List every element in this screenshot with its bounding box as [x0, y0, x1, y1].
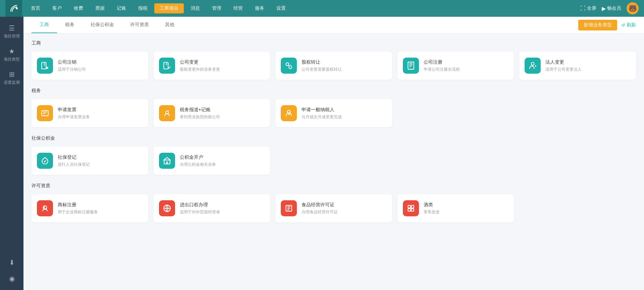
member-label: 畅会员	[607, 5, 621, 11]
section-gongshang-title: 工商	[32, 40, 636, 46]
tax-report-title: 税务报道+记账	[180, 107, 220, 113]
sidebar-item-progress[interactable]: ⊞ 进度监测	[0, 66, 23, 89]
gongshang-cards: 公司注销 适用于注销公司 公司变更 股权变更外的业务变更	[32, 52, 636, 80]
food-license-desc: 办理食品经营许可证	[302, 209, 338, 215]
card-import-export[interactable]: 进出口权办理 适用于对外贸易经营者	[154, 194, 270, 222]
top-nav: 首页 客户 收费 票据 记账 报税 工商项目 消息 管理 经营 服务 设置 ⛶ …	[0, 0, 644, 17]
import-export-icon	[159, 200, 175, 216]
add-type-button[interactable]: 新增业务类型	[578, 20, 617, 30]
nav-operation[interactable]: 经营	[228, 3, 248, 13]
card-invoice-apply[interactable]: 申请发票 办理申请发票业务	[32, 99, 148, 127]
xuke-cards: 商标注册 用于企业商标注册服务 进出口权办理 适用于对外贸易经营者	[32, 194, 636, 222]
card-wine[interactable]: 酒类 零售批发	[397, 194, 514, 222]
import-export-title: 进出口权办理	[180, 202, 220, 208]
general-taxpayer-desc: 当月或次月成变更完成	[302, 114, 342, 120]
refresh-button[interactable]: ↺ 刷新	[621, 22, 636, 28]
housing-fund-desc: 办理公积金相关业务	[180, 162, 216, 167]
sidebar-item-location[interactable]: ◉	[0, 271, 23, 287]
user-avatar[interactable]: 🐻	[627, 2, 639, 14]
top-nav-right: ⛶ 全屏 ▶ 畅会员 🐻	[580, 2, 639, 14]
legal-change-info: 法人变更 适用于公司变更法人	[545, 59, 582, 72]
nav-message[interactable]: 消息	[185, 3, 205, 13]
sidebar-label-project-manage: 项目管理	[4, 33, 20, 39]
company-register-desc: 申请公司注册全流程	[424, 67, 460, 72]
fullscreen-icon: ⛶	[580, 5, 586, 11]
content-area: 工商 税务 社保公积金 许可资质 其他 新增业务类型 ↺ 刷新 工商	[23, 17, 644, 290]
progress-icon: ⊞	[9, 70, 15, 78]
card-equity-transfer[interactable]: 股权转让 公司变更需要股权转让	[275, 52, 392, 80]
import-export-info: 进出口权办理 适用于对外贸易经营者	[180, 202, 220, 215]
section-shuiwu-title: 税务	[32, 88, 636, 94]
card-tax-report[interactable]: 税务报道+记账 拿到营业执照的新公司	[154, 99, 270, 127]
sidebar-bottom: ⬇ ◉	[0, 255, 23, 290]
tab-xuke[interactable]: 许可资质	[122, 17, 157, 33]
svg-rect-18	[411, 205, 414, 208]
tab-shuiwu[interactable]: 税务	[57, 17, 83, 33]
general-taxpayer-title: 申请一般纳税人	[302, 107, 342, 113]
shuiwu-cards: 申请发票 办理申请发票业务 税务报道+记账 拿到营业执照的新	[32, 99, 636, 127]
food-license-title: 食品经营许可证	[302, 202, 338, 208]
equity-transfer-info: 股权转让 公司变更需要股权转让	[302, 59, 342, 72]
member-btn[interactable]: ▶ 畅会员	[602, 5, 621, 12]
company-register-icon	[403, 58, 419, 74]
nav-home[interactable]: 首页	[25, 3, 46, 13]
general-taxpayer-icon	[281, 105, 297, 121]
nav-client[interactable]: 客户	[47, 3, 67, 13]
nav-fee[interactable]: 收费	[68, 3, 89, 13]
social-insurance-info: 社保登记 进行人员社保登记	[58, 154, 90, 167]
refresh-icon: ↺	[621, 22, 625, 28]
invoice-apply-title: 申请发票	[58, 107, 90, 113]
nav-tax[interactable]: 报税	[133, 3, 153, 13]
scroll-content[interactable]: 工商 公司注销 适用于注销公司	[23, 33, 644, 290]
sidebar-item-download[interactable]: ⬇	[0, 255, 23, 271]
nav-items: 首页 客户 收费 票据 记账 报税 工商项目 消息 管理 经营 服务 设置	[25, 3, 580, 13]
nav-manage[interactable]: 管理	[207, 3, 227, 13]
equity-transfer-icon	[281, 58, 297, 74]
nav-industry[interactable]: 工商项目	[154, 3, 184, 13]
location-icon: ◉	[9, 275, 15, 283]
svg-point-13	[166, 162, 167, 163]
social-insurance-icon	[37, 153, 53, 169]
tab-gongshang[interactable]: 工商	[32, 17, 57, 33]
housing-fund-icon	[159, 153, 175, 169]
tab-other[interactable]: 其他	[157, 17, 182, 33]
nav-settings[interactable]: 设置	[271, 3, 291, 13]
section-xuke-title: 许可资质	[32, 183, 636, 189]
company-cancel-desc: 适用于注销公司	[58, 67, 86, 72]
card-company-change[interactable]: 公司变更 股权变更外的业务变更	[154, 52, 270, 80]
card-general-taxpayer[interactable]: 申请一般纳税人 当月或次月成变更完成	[275, 99, 392, 127]
nav-accounting[interactable]: 记账	[111, 3, 131, 13]
food-license-info: 食品经营许可证 办理食品经营许可证	[302, 202, 338, 215]
svg-point-8	[531, 62, 534, 65]
card-company-cancel[interactable]: 公司注销 适用于注销公司	[32, 52, 148, 80]
card-company-register[interactable]: 公司注册 申请公司注册全流程	[397, 52, 514, 80]
card-housing-fund[interactable]: 公积金开户 办理公积金相关业务	[154, 147, 270, 175]
social-insurance-desc: 进行人员社保登记	[58, 162, 90, 167]
tab-actions: 新增业务类型 ↺ 刷新	[578, 20, 636, 30]
equity-transfer-title: 股权转让	[302, 59, 342, 65]
card-food-license[interactable]: 食品经营许可证 办理食品经营许可证	[275, 194, 392, 222]
member-icon: ▶	[602, 5, 606, 12]
social-insurance-title: 社保登记	[58, 154, 90, 160]
company-register-title: 公司注册	[424, 59, 460, 65]
trademark-icon	[37, 200, 53, 216]
nav-service[interactable]: 服务	[250, 3, 270, 13]
tab-shebao[interactable]: 社保公积金	[83, 17, 122, 33]
card-trademark[interactable]: 商标注册 用于企业商标注册服务	[32, 194, 148, 222]
nav-bill[interactable]: 票据	[90, 3, 110, 13]
general-taxpayer-info: 申请一般纳税人 当月或次月成变更完成	[302, 107, 342, 120]
svg-rect-20	[411, 209, 414, 211]
shebao-cards: 社保登记 进行人员社保登记 公积金开户 办理公积金相关业务	[32, 147, 636, 175]
fullscreen-btn[interactable]: ⛶ 全屏	[580, 5, 596, 11]
wine-title: 酒类	[424, 202, 440, 208]
sidebar-item-project-manage[interactable]: ☰ 项目管理	[0, 20, 23, 43]
card-legal-change[interactable]: 法人变更 适用于公司变更法人	[519, 52, 636, 80]
company-cancel-info: 公司注销 适用于注销公司	[58, 59, 86, 72]
legal-change-desc: 适用于公司变更法人	[545, 67, 582, 72]
download-icon: ⬇	[9, 259, 15, 267]
housing-fund-info: 公积金开户 办理公积金相关业务	[180, 154, 216, 167]
sidebar-item-project-type[interactable]: ★ 项目类型	[0, 43, 23, 66]
svg-point-6	[289, 66, 292, 69]
wine-info: 酒类 零售批发	[424, 202, 440, 215]
card-social-insurance[interactable]: 社保登记 进行人员社保登记	[32, 147, 148, 175]
